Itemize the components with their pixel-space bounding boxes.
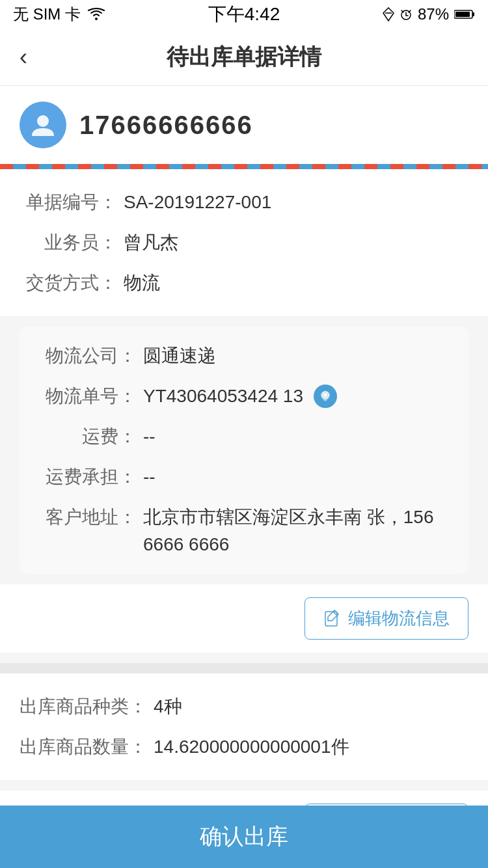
status-left: 无 SIM 卡	[13, 4, 105, 25]
avatar-icon	[29, 111, 57, 139]
dashed-divider	[0, 164, 488, 169]
page-title: 待出库单据详情	[167, 42, 321, 72]
edit-logistics-button[interactable]: 编辑物流信息	[305, 597, 468, 640]
user-avatar	[20, 102, 66, 148]
svg-point-5	[37, 115, 49, 127]
address-label: 客户地址：	[39, 504, 137, 531]
goods-types-row: 出库商品种类： 4种	[20, 693, 468, 720]
freight-bearer-label: 运费承担：	[39, 463, 137, 491]
goods-quantity-label: 出库商品数量：	[20, 733, 147, 761]
edit-btn-row: 编辑物流信息	[0, 584, 488, 653]
confirm-label: 确认出库	[200, 822, 288, 852]
nav-bar: ‹ 待出库单据详情	[0, 29, 488, 86]
logistics-card: 物流公司： 圆通速递 物流单号： YT43064053424 13 运	[20, 327, 468, 574]
back-button[interactable]: ‹	[20, 44, 27, 71]
order-number-label: 单据编号：	[20, 189, 117, 216]
address-value: 北京市市辖区海淀区永丰南 张，156 6666 6666	[143, 504, 449, 558]
delivery-label: 交货方式：	[20, 269, 117, 297]
svg-point-0	[95, 18, 98, 20]
battery-icon	[454, 9, 475, 20]
location-status-icon	[383, 7, 394, 21]
section-divider	[0, 663, 488, 673]
svg-rect-3	[472, 12, 474, 16]
edit-icon	[323, 610, 342, 628]
tracking-location-icon[interactable]	[314, 385, 337, 408]
tracking-value: YT43064053424 13	[143, 383, 303, 410]
freight-bearer-value: --	[143, 463, 449, 491]
goods-quantity-value: 14.620000000000001件	[154, 733, 468, 761]
tracking-label: 物流单号：	[39, 383, 137, 410]
battery-text: 87%	[418, 5, 449, 23]
freight-row: 运费： --	[39, 423, 449, 450]
delivery-row: 交货方式： 物流	[20, 269, 468, 297]
alarm-icon	[400, 7, 413, 21]
freight-value: --	[143, 423, 449, 450]
svg-rect-4	[455, 12, 470, 17]
goods-section: 出库商品种类： 4种 出库商品数量： 14.620000000000001件	[0, 673, 488, 780]
delivery-value: 物流	[124, 269, 468, 297]
status-time: 下午4:42	[208, 2, 280, 27]
logistics-company-row: 物流公司： 圆通速递	[39, 342, 449, 370]
carrier-text: 无 SIM 卡	[13, 4, 81, 25]
confirm-button[interactable]: 确认出库	[0, 806, 488, 868]
status-bar: 无 SIM 卡 下午4:42 87%	[0, 0, 488, 29]
address-row: 客户地址： 北京市市辖区海淀区永丰南 张，156 6666 6666	[39, 504, 449, 558]
salesperson-row: 业务员： 曾凡杰	[20, 229, 468, 256]
goods-quantity-row: 出库商品数量： 14.620000000000001件	[20, 733, 468, 761]
edit-logistics-label: 编辑物流信息	[348, 607, 450, 630]
goods-types-value: 4种	[154, 693, 468, 720]
goods-types-label: 出库商品种类：	[20, 693, 147, 720]
map-pin-icon	[319, 390, 332, 403]
status-right: 87%	[383, 5, 475, 23]
salesperson-value: 曾凡杰	[124, 229, 468, 256]
wifi-icon	[87, 8, 105, 21]
user-phone: 17666666666	[79, 111, 253, 140]
salesperson-label: 业务员：	[20, 229, 117, 256]
logistics-company-label: 物流公司：	[39, 342, 137, 370]
tracking-row: 物流单号： YT43064053424 13	[39, 383, 449, 410]
user-header: 17666666666	[0, 86, 488, 164]
freight-label: 运费：	[39, 423, 137, 450]
logistics-company-value: 圆通速递	[143, 342, 449, 370]
tracking-value-row: YT43064053424 13	[143, 383, 337, 410]
order-number-row: 单据编号： SA-20191227-001	[20, 189, 468, 216]
basic-info-section: 单据编号： SA-20191227-001 业务员： 曾凡杰 交货方式： 物流	[0, 169, 488, 316]
order-number-value: SA-20191227-001	[124, 189, 468, 216]
freight-bearer-row: 运费承担： --	[39, 463, 449, 491]
